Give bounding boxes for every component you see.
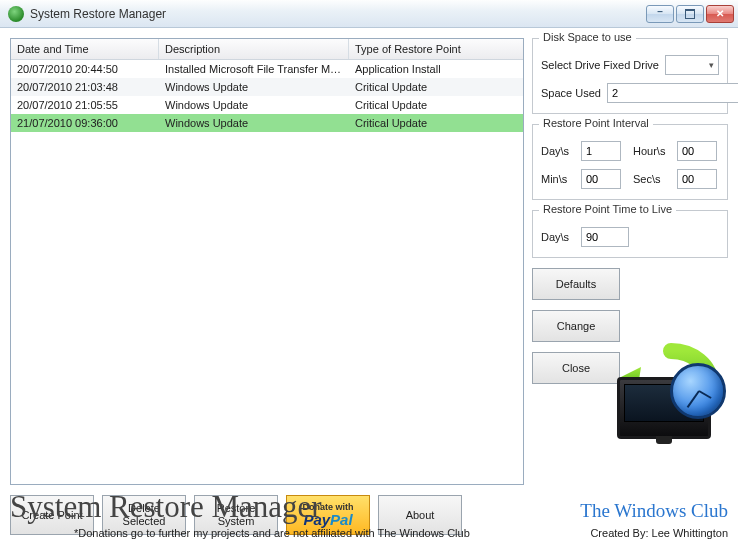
footer-title: System Restore Manager xyxy=(10,489,322,525)
ttl-group: Restore Point Time to Live Day\s xyxy=(532,210,728,258)
cell-type: Critical Update xyxy=(349,80,523,94)
cell-description: Installed Microsoft File Transfer Ma... xyxy=(159,62,349,76)
footer-donation-note: *Donations go to further my projects and… xyxy=(74,527,470,539)
cell-type: Application Install xyxy=(349,62,523,76)
mins-input[interactable] xyxy=(581,169,621,189)
ttl-legend: Restore Point Time to Live xyxy=(539,203,676,215)
cell-description: Windows Update xyxy=(159,116,349,130)
defaults-button[interactable]: Defaults xyxy=(532,268,620,300)
change-button[interactable]: Change xyxy=(532,310,620,342)
table-row[interactable]: 20/07/2010 21:03:48Windows UpdateCritica… xyxy=(11,78,523,96)
interval-legend: Restore Point Interval xyxy=(539,117,653,129)
table-row[interactable]: 20/07/2010 20:44:50Installed Microsoft F… xyxy=(11,60,523,78)
mins-label: Min\s xyxy=(541,173,575,185)
disk-space-group: Disk Space to use Select Drive Fixed Dri… xyxy=(532,38,728,114)
hours-label: Hour\s xyxy=(633,145,671,157)
footer-created-by: Created By: Lee Whittington xyxy=(590,527,728,539)
window-title: System Restore Manager xyxy=(30,7,166,21)
secs-input[interactable] xyxy=(677,169,717,189)
cell-type: Critical Update xyxy=(349,116,523,130)
secs-label: Sec\s xyxy=(633,173,671,185)
right-button-column: Defaults Change Close xyxy=(532,268,620,384)
column-header-description[interactable]: Description xyxy=(159,39,349,59)
disk-space-legend: Disk Space to use xyxy=(539,31,636,43)
cell-type: Critical Update xyxy=(349,98,523,112)
space-used-input[interactable] xyxy=(607,83,738,103)
maximize-button[interactable] xyxy=(676,5,704,23)
ttl-days-label: Day\s xyxy=(541,231,575,243)
close-window-button[interactable] xyxy=(706,5,734,23)
footer-twc: The Windows Club xyxy=(580,500,728,522)
interval-group: Restore Point Interval Day\s Hour\s Min\… xyxy=(532,124,728,200)
clock-icon xyxy=(670,363,726,419)
cell-description: Windows Update xyxy=(159,80,349,94)
space-used-label: Space Used xyxy=(541,87,601,99)
ttl-days-input[interactable] xyxy=(581,227,629,247)
table-row[interactable]: 21/07/2010 09:36:00Windows UpdateCritica… xyxy=(11,114,523,132)
cell-description: Windows Update xyxy=(159,98,349,112)
table-row[interactable]: 20/07/2010 21:05:55Windows UpdateCritica… xyxy=(11,96,523,114)
hours-input[interactable] xyxy=(677,141,717,161)
app-icon xyxy=(8,6,24,22)
app-logo xyxy=(611,347,726,447)
footer: System Restore Manager The Windows Club … xyxy=(10,489,728,539)
cell-datetime: 20/07/2010 20:44:50 xyxy=(11,62,159,76)
window-buttons xyxy=(646,5,734,23)
select-drive-dropdown[interactable] xyxy=(665,55,719,75)
restore-points-table[interactable]: Date and Time Description Type of Restor… xyxy=(10,38,524,485)
close-button[interactable]: Close xyxy=(532,352,620,384)
column-header-datetime[interactable]: Date and Time xyxy=(11,39,159,59)
cell-datetime: 21/07/2010 09:36:00 xyxy=(11,116,159,130)
days-label: Day\s xyxy=(541,145,575,157)
titlebar[interactable]: System Restore Manager xyxy=(0,0,738,28)
cell-datetime: 20/07/2010 21:03:48 xyxy=(11,80,159,94)
select-drive-label: Select Drive Fixed Drive xyxy=(541,59,659,71)
minimize-button[interactable] xyxy=(646,5,674,23)
days-input[interactable] xyxy=(581,141,621,161)
cell-datetime: 20/07/2010 21:05:55 xyxy=(11,98,159,112)
column-header-type[interactable]: Type of Restore Point xyxy=(349,39,523,59)
